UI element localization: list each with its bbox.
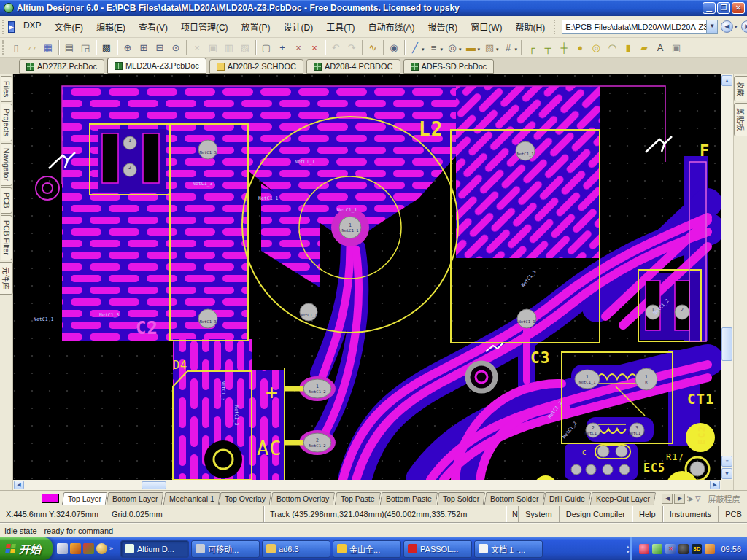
quick-launch-overflow-icon[interactable]: » xyxy=(109,545,113,552)
menu-item-6[interactable]: 设计(D) xyxy=(277,18,320,36)
right-panel-tab-剪贴板[interactable]: 剪贴板 xyxy=(734,103,747,136)
layer-tab-Mechanical 1[interactable]: Mechanical 1 xyxy=(163,492,220,505)
left-panel-tab-Files[interactable]: Files xyxy=(1,76,12,102)
document-tab-AD278Z.PcbDoc[interactable]: AD278Z.PcbDoc xyxy=(19,59,104,74)
menu-item-8[interactable]: 自动布线(A) xyxy=(362,18,422,36)
print-preview-icon[interactable]: ◲ xyxy=(77,40,93,55)
dxp-icon[interactable]: ▶ xyxy=(8,21,15,33)
panel-button-PCB[interactable]: PCB xyxy=(718,506,747,522)
left-panel-tab-Projects[interactable]: Projects xyxy=(1,104,12,141)
filter-icon[interactable]: ▽ xyxy=(695,494,701,502)
vertical-scrollbar[interactable]: ▲ ≡ ▼ xyxy=(721,74,733,480)
menu-item-0[interactable]: DXP xyxy=(17,18,48,36)
toolbar-grip[interactable] xyxy=(554,20,555,34)
select-area-icon[interactable]: ▢ xyxy=(258,40,274,55)
zoom-area-icon[interactable]: ⊞ xyxy=(136,40,152,55)
place-pad-icon[interactable]: ● xyxy=(572,40,588,55)
restore-button[interactable]: ❐ xyxy=(717,2,730,14)
clear-selection-icon[interactable]: × xyxy=(306,40,322,55)
place-component-icon[interactable]: ▣ xyxy=(668,40,684,55)
place-line-dd-icon[interactable]: ╱ xyxy=(407,40,423,55)
layer-tab-Bottom Paste[interactable]: Bottom Paste xyxy=(379,492,437,505)
task-button-1[interactable]: Altium D... xyxy=(120,540,189,558)
layer-scroll-right-icon[interactable]: ▶ xyxy=(674,494,685,504)
tray-icon-3[interactable]: ✕ xyxy=(665,544,676,554)
scroll-down-icon[interactable]: ▼ xyxy=(721,468,732,479)
place-polygon-icon[interactable]: ▰ xyxy=(636,40,652,55)
task-button-4[interactable]: 金山全... xyxy=(333,540,401,558)
minimize-button[interactable]: ▁ xyxy=(703,2,716,14)
layer-scroll-left-icon[interactable]: ◀ xyxy=(662,494,673,504)
layer-tab-Bottom Layer[interactable]: Bottom Layer xyxy=(107,492,164,505)
menu-item-11[interactable]: 帮助(H) xyxy=(509,18,552,36)
measure-dd-icon[interactable]: ▬ xyxy=(463,40,479,55)
grid-dd-icon[interactable]: # xyxy=(500,40,516,55)
menu-item-5[interactable]: 放置(P) xyxy=(235,18,277,36)
title-bar[interactable]: Altium Designer 6.0 - E:\PCB Files\data\… xyxy=(0,0,747,16)
new-icon[interactable]: ▯ xyxy=(8,40,24,55)
place-fill-icon[interactable]: ▮ xyxy=(620,40,636,55)
zoom-previous-icon[interactable]: ⊙ xyxy=(168,40,184,55)
layer-tab-Drill Guide[interactable]: Drill Guide xyxy=(543,492,591,505)
tray-icon-2[interactable] xyxy=(652,544,662,554)
place-via-icon[interactable]: ◎ xyxy=(588,40,604,55)
document-tab-MLD20A-Z3.PcbDoc[interactable]: MLD20A-Z3.PcbDoc xyxy=(107,58,206,74)
menu-item-9[interactable]: 报告(R) xyxy=(422,18,465,36)
browse-components-icon[interactable]: ◉ xyxy=(386,40,402,55)
scroll-right-icon[interactable]: ▶ xyxy=(710,481,720,489)
chevron-down-icon[interactable]: ▼ xyxy=(733,24,738,29)
left-panel-tab-元件库[interactable]: 元件库 xyxy=(0,262,13,295)
horizontal-scroll-thumb[interactable] xyxy=(142,481,166,489)
snap-indicator-icon[interactable]: ⁞▶ xyxy=(686,495,693,502)
tray-icon-6[interactable] xyxy=(705,544,715,554)
scroll-up-icon[interactable]: ▲ xyxy=(721,75,732,86)
document-tab-AD208-4.PCBDOC[interactable]: AD208-4.PCBDOC xyxy=(306,59,400,74)
menu-item-10[interactable]: 窗口(W) xyxy=(464,18,508,36)
layer-tab-Bottom Solder[interactable]: Bottom Solder xyxy=(484,492,545,505)
menu-item-2[interactable]: 编辑(E) xyxy=(90,18,132,36)
wizard-icon[interactable]: ∿ xyxy=(365,40,381,55)
panel-button-System[interactable]: System xyxy=(518,506,559,522)
active-layer-color-swatch[interactable] xyxy=(42,494,59,503)
task-button-6[interactable]: 文档 1 -... xyxy=(474,540,543,558)
layer-tab-Top Overlay[interactable]: Top Overlay xyxy=(219,492,271,505)
toolbar-grip[interactable] xyxy=(2,40,6,55)
layer-tab-Top Layer[interactable]: Top Layer xyxy=(62,492,108,505)
left-panel-tab-Navigator[interactable]: Navigator xyxy=(1,143,12,186)
tray-icon-4[interactable] xyxy=(678,544,689,554)
route-bus-icon[interactable]: ┬ xyxy=(540,40,556,55)
forward-button[interactable]: ▶ xyxy=(741,20,747,33)
tray-icon-1[interactable] xyxy=(639,544,649,554)
horizontal-scrollbar[interactable]: ◀ ▶ xyxy=(13,480,721,490)
left-panel-tab-PCB[interactable]: PCB xyxy=(1,187,12,214)
zoom-out-icon[interactable]: ⊟ xyxy=(152,40,168,55)
layer-tab-Top Solder[interactable]: Top Solder xyxy=(436,492,485,505)
document-path-combo[interactable]: E:\PCB Files\data\MLD20A\MLD20A-Z3 ▼ xyxy=(562,20,718,34)
scroll-page-icon[interactable]: ≡ xyxy=(721,456,732,467)
room-dd-icon[interactable]: ▧ xyxy=(481,40,498,55)
find-dd-icon[interactable]: ◎ xyxy=(444,40,460,55)
save-icon[interactable]: ▦ xyxy=(40,40,56,55)
panel-button-Help[interactable]: Help xyxy=(632,506,662,522)
menu-item-1[interactable]: 文件(F) xyxy=(48,18,90,36)
clear-filter-icon[interactable]: × xyxy=(290,40,306,55)
task-button-3[interactable]: ad6.3 xyxy=(262,540,330,558)
task-button-5[interactable]: PASSOL... xyxy=(403,540,472,558)
place-arc-icon[interactable]: ◠ xyxy=(604,40,620,55)
toolbar-grip[interactable] xyxy=(2,20,4,34)
scroll-left-icon[interactable]: ◀ xyxy=(14,481,24,489)
panel-button-Design Compiler[interactable]: Design Compiler xyxy=(559,506,632,522)
menu-item-4[interactable]: 项目管理(C) xyxy=(174,18,235,36)
align-dd-icon[interactable]: ≡ xyxy=(426,40,442,55)
board-wizard-icon[interactable]: ▩ xyxy=(98,40,115,55)
tray-icon-year3d[interactable]: 3D xyxy=(692,544,702,554)
zoom-document-icon[interactable]: ⊕ xyxy=(120,40,136,55)
task-button-2[interactable]: 可移动... xyxy=(191,540,260,558)
right-panel-tab-收藏[interactable]: 收藏 xyxy=(734,76,747,101)
quick-launch-icon-2[interactable] xyxy=(70,543,81,554)
taskbar-band-handle[interactable]: ▴▾ xyxy=(627,544,630,554)
mask-level-button[interactable]: 屏蔽程度 xyxy=(703,491,746,506)
close-button[interactable]: ✕ xyxy=(732,2,745,14)
move-selection-icon[interactable]: + xyxy=(274,40,290,55)
start-button[interactable]: 开始 xyxy=(0,537,53,560)
